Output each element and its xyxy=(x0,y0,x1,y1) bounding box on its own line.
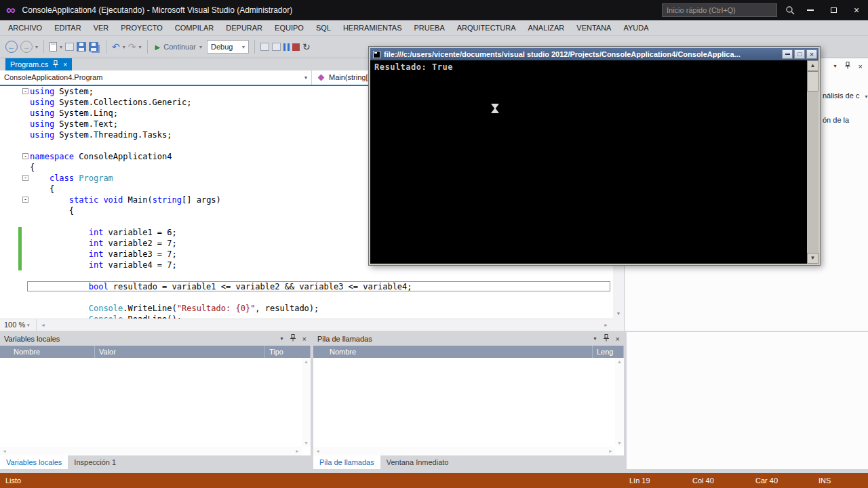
stop-debugging-button[interactable] xyxy=(292,43,300,51)
vertical-scrollbar[interactable]: ▲ ▼ xyxy=(615,358,624,447)
close-icon[interactable]: × xyxy=(859,62,863,70)
scroll-up-icon[interactable]: ▲ xyxy=(615,359,624,364)
show-next-statement-icon[interactable] xyxy=(260,43,269,51)
outlining-collapse-icon[interactable]: - xyxy=(22,88,28,94)
continue-button[interactable]: ▶ Continuar ▾ xyxy=(153,43,204,51)
minimize-button[interactable] xyxy=(782,49,793,59)
quick-launch-input[interactable] xyxy=(662,3,777,17)
menu-editar[interactable]: EDITAR xyxy=(48,20,87,35)
vertical-scrollbar[interactable]: ▲ ▼ xyxy=(302,358,311,447)
save-icon[interactable] xyxy=(77,42,86,52)
scroll-left-icon[interactable]: ◄ xyxy=(2,447,7,455)
call-stack-grid-body[interactable]: ▲ ▼ ◄ ► xyxy=(313,358,624,455)
code-line[interactable]: Console.WriteLine("Resultado: {0}", resu… xyxy=(0,303,613,314)
undo-icon[interactable]: ↶ xyxy=(112,42,120,52)
scroll-right-icon[interactable]: ► xyxy=(608,447,613,455)
code-line[interactable]: Console.ReadLine(); xyxy=(0,314,613,319)
scroll-up-icon[interactable]: ▲ xyxy=(302,359,311,364)
navigate-back-button[interactable]: ← xyxy=(5,41,18,53)
menu-proyecto[interactable]: PROYECTO xyxy=(115,20,169,35)
column-header-tipo[interactable]: Tipo xyxy=(265,346,311,358)
minimize-button[interactable] xyxy=(799,0,822,20)
zoom-selector[interactable]: 100 % xyxy=(0,319,37,331)
tool-tab-pila-de-llamadas[interactable]: Pila de llamadas xyxy=(313,455,380,469)
undo-dropdown-caret-icon[interactable]: ▾ xyxy=(123,44,125,50)
menu-arquitectura[interactable]: ARQUITECTURA xyxy=(451,20,522,35)
outlining-collapse-icon[interactable]: - xyxy=(22,153,28,159)
code-line[interactable] xyxy=(0,292,613,303)
column-header-nombre[interactable]: Nombre xyxy=(313,346,593,358)
menu-equipo[interactable]: EQUIPO xyxy=(269,20,310,35)
navigate-forward-button[interactable]: → xyxy=(20,41,33,53)
outlining-collapse-icon[interactable]: - xyxy=(22,175,28,181)
menu-prueba[interactable]: PRUEBA xyxy=(408,20,450,35)
menu-ver[interactable]: VER xyxy=(87,20,115,35)
menu-ventana[interactable]: VENTANA xyxy=(570,20,617,35)
type-dropdown[interactable]: ConsoleApplication4.Program ▾ xyxy=(0,70,312,85)
debug-target-combobox[interactable]: Debug ▾ xyxy=(207,40,249,54)
navigate-dropdown-caret-icon[interactable]: ▾ xyxy=(35,44,38,50)
window-menu-icon[interactable]: ▾ xyxy=(594,332,597,346)
scroll-down-icon[interactable]: ▼ xyxy=(807,253,818,264)
scroll-down-icon[interactable]: ▼ xyxy=(302,441,311,445)
pin-icon[interactable] xyxy=(52,60,59,69)
menu-sql[interactable]: SQL xyxy=(310,20,337,35)
scroll-right-icon[interactable]: ► xyxy=(295,447,300,455)
tool-tab-ventana-inmediato[interactable]: Ventana Inmediato xyxy=(380,455,455,469)
redo-icon[interactable]: ↷ xyxy=(128,42,136,52)
column-header-valor[interactable]: Valor xyxy=(95,346,265,358)
close-icon[interactable]: × xyxy=(616,332,620,346)
tool-tab-inspección-1[interactable]: Inspección 1 xyxy=(68,455,122,469)
pin-icon[interactable] xyxy=(603,332,610,346)
restart-button[interactable]: ↻ xyxy=(302,42,311,52)
menu-analizar[interactable]: ANALIZAR xyxy=(522,20,571,35)
console-vertical-scrollbar[interactable]: ▲ ▼ xyxy=(807,60,818,264)
close-icon[interactable]: × xyxy=(63,61,67,68)
scroll-right-icon[interactable]: ► xyxy=(604,319,608,331)
menu-compilar[interactable]: COMPILAR xyxy=(169,20,220,35)
scrollbar-thumb[interactable] xyxy=(807,71,818,92)
restore-button[interactable] xyxy=(822,0,845,20)
scroll-down-icon[interactable]: ▼ xyxy=(615,441,624,445)
menu-ayuda[interactable]: AYUDA xyxy=(617,20,654,35)
close-button[interactable]: × xyxy=(845,0,868,20)
tool-tab-variables-locales[interactable]: Variables locales xyxy=(0,455,68,469)
close-button[interactable]: × xyxy=(806,49,817,59)
horizontal-scrollbar[interactable]: ◄ ► xyxy=(313,447,615,455)
document-tab-program-cs[interactable]: Program.cs × xyxy=(5,58,72,70)
console-titlebar[interactable]: file:///c:/users/vicente/documents/visua… xyxy=(370,48,818,60)
console-window[interactable]: file:///c:/users/vicente/documents/visua… xyxy=(368,46,821,266)
window-menu-icon[interactable]: ▾ xyxy=(834,63,837,69)
scroll-left-icon[interactable]: ◄ xyxy=(41,319,45,331)
new-file-dropdown-caret-icon[interactable]: ▾ xyxy=(60,44,62,50)
breakpoints-window-icon[interactable] xyxy=(272,43,281,51)
open-file-icon[interactable] xyxy=(65,43,74,51)
maximize-button[interactable] xyxy=(794,49,805,59)
scroll-left-icon[interactable]: ◄ xyxy=(315,447,320,455)
pin-icon[interactable] xyxy=(290,332,296,346)
scroll-down-icon[interactable]: ▼ xyxy=(613,309,624,319)
console-output-area[interactable]: Resultado: True ▲ ▼ xyxy=(370,60,818,264)
window-menu-icon[interactable]: ▾ xyxy=(281,332,283,346)
column-header-nombre[interactable]: Nombre xyxy=(0,346,95,358)
outlining-collapse-icon[interactable]: - xyxy=(22,197,28,203)
pin-icon[interactable] xyxy=(844,62,851,70)
code-line[interactable]: bool resultado = variable1 <= variable2 … xyxy=(0,281,613,292)
column-header-leng[interactable]: Leng xyxy=(593,346,624,358)
horizontal-scrollbar[interactable]: ◄ ► xyxy=(0,447,302,455)
code-line[interactable] xyxy=(0,270,613,281)
call-stack-window-titlebar[interactable]: Pila de llamadas ▾ × xyxy=(313,332,624,346)
menu-archivo[interactable]: ARCHIVO xyxy=(2,20,48,35)
locals-grid-body[interactable]: ▲ ▼ ◄ ► xyxy=(0,358,311,455)
pause-button[interactable] xyxy=(283,43,290,51)
close-icon[interactable]: × xyxy=(302,332,307,346)
scroll-up-icon[interactable]: ▲ xyxy=(807,60,818,71)
new-file-icon[interactable] xyxy=(50,42,57,52)
menu-depurar[interactable]: DEPURAR xyxy=(220,20,269,35)
clipped-panel-text[interactable]: nálisis de c▾ xyxy=(823,92,867,100)
menu-herramientas[interactable]: HERRAMIENTAS xyxy=(337,20,408,35)
locals-window-titlebar[interactable]: Variables locales ▾ × xyxy=(0,332,311,346)
redo-dropdown-caret-icon[interactable]: ▾ xyxy=(139,44,142,50)
save-all-icon[interactable] xyxy=(89,42,98,52)
chevron-down-icon[interactable]: ▾ xyxy=(27,319,30,331)
